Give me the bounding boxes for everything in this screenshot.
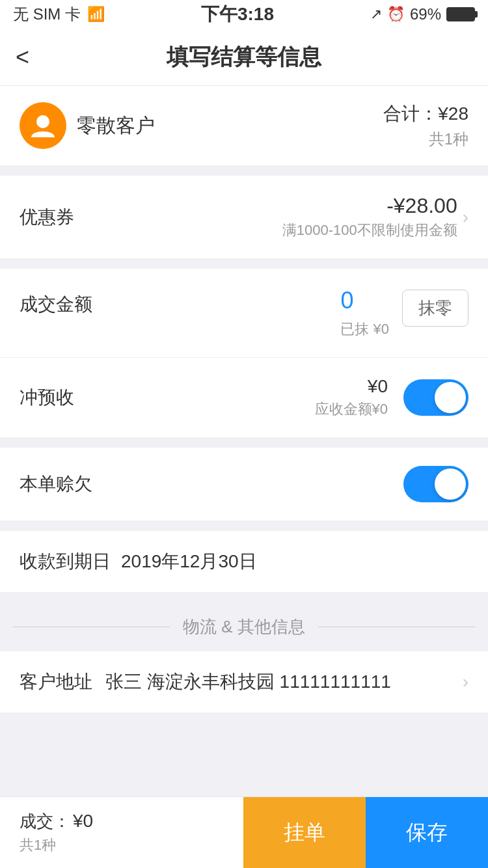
bottom-deal-row: 成交： ¥0	[20, 810, 224, 833]
prepayment-label: 冲预收	[20, 385, 74, 410]
bottom-deal-amount: ¥0	[73, 811, 93, 832]
transaction-amount-wrap: 0 已抹 ¥0	[340, 287, 389, 339]
toggle-knob	[435, 382, 466, 413]
due-date-value[interactable]: 2019年12月30日	[121, 549, 257, 574]
customer-total: 合计：¥28	[383, 102, 468, 126]
avatar-icon	[29, 111, 57, 140]
carrier-text: 无 SIM 卡	[13, 4, 81, 25]
customer-total-section: 合计：¥28 共1种	[383, 102, 468, 150]
customer-count: 共1种	[383, 129, 468, 150]
debt-toggle-knob	[435, 468, 466, 500]
prepayment-amount: ¥0	[315, 376, 388, 397]
round-zero-button[interactable]: 抹零	[402, 290, 468, 327]
transaction-row: 成交金额 0 已抹 ¥0 抹零	[0, 269, 488, 358]
address-value: 张三 海淀永丰科技园 11111111111	[105, 670, 463, 694]
avatar	[20, 102, 66, 149]
status-bar: 无 SIM 卡 📶 下午3:18 ↗ ⏰ 69%	[0, 0, 488, 29]
hold-button[interactable]: 挂单	[243, 797, 366, 869]
transaction-right: 0 已抹 ¥0 抹零	[340, 287, 468, 339]
bottom-info: 成交： ¥0 共1种	[0, 810, 243, 855]
logistics-label: 物流 & 其他信息	[183, 616, 305, 638]
chevron-right-icon: ›	[463, 207, 468, 228]
logistics-divider: 物流 & 其他信息	[0, 603, 488, 651]
prepayment-sub: 应收金额¥0	[315, 400, 388, 419]
debt-section: 本单赊欠	[0, 448, 488, 521]
prepayment-right: ¥0 应收金额¥0	[315, 376, 468, 419]
debt-label: 本单赊欠	[20, 472, 92, 496]
due-date-label: 收款到期日	[20, 549, 111, 574]
battery-icon	[446, 7, 475, 21]
address-label: 客户地址	[20, 670, 92, 694]
status-left: 无 SIM 卡 📶	[13, 4, 105, 25]
bottom-bar: 成交： ¥0 共1种 挂单 保存	[0, 796, 488, 868]
prepayment-amount-wrap: ¥0 应收金额¥0	[315, 376, 388, 419]
bottom-count: 共1种	[20, 835, 224, 855]
transaction-amount[interactable]: 0	[340, 287, 389, 314]
due-date-row: 收款到期日 2019年12月30日	[20, 549, 468, 574]
page-title: 填写结算等信息	[167, 42, 321, 72]
address-section[interactable]: 客户地址 张三 海淀永丰科技园 11111111111 ›	[0, 651, 488, 712]
coupon-section[interactable]: 优惠券 -¥28.00 满1000-100不限制使用金额 ›	[0, 176, 488, 258]
battery-percent: 69%	[410, 5, 441, 23]
coupon-discount: -¥28.00	[282, 194, 457, 218]
transaction-label: 成交金额	[20, 287, 92, 317]
save-button-label: 保存	[406, 819, 448, 847]
section-divider	[0, 592, 488, 603]
alarm-icon: ⏰	[387, 6, 405, 23]
customer-name: 零散客户	[77, 113, 155, 139]
status-time: 下午3:18	[201, 2, 274, 27]
bottom-deal-label: 成交：	[20, 810, 70, 833]
middle-section: 成交金额 0 已抹 ¥0 抹零 冲预收 ¥0 应收金额¥0	[0, 269, 488, 437]
prepayment-row: 冲预收 ¥0 应收金额¥0	[0, 358, 488, 437]
main-content: 零散客户 合计：¥28 共1种 优惠券 -¥28.00 满1000-100不限制…	[0, 86, 488, 791]
address-chevron-icon: ›	[463, 671, 468, 692]
debt-toggle[interactable]	[403, 466, 468, 502]
svg-point-0	[36, 115, 49, 128]
hold-button-label: 挂单	[284, 819, 325, 847]
due-date-section: 收款到期日 2019年12月30日	[0, 531, 488, 592]
coupon-description: 满1000-100不限制使用金额	[282, 221, 457, 240]
wifi-icon: 📶	[87, 6, 105, 23]
back-button[interactable]: <	[16, 44, 29, 71]
coupon-detail: -¥28.00 满1000-100不限制使用金额	[282, 194, 457, 240]
customer-section: 零散客户 合计：¥28 共1种	[0, 86, 488, 165]
save-button[interactable]: 保存	[366, 797, 488, 869]
customer-info: 零散客户	[20, 102, 155, 149]
nav-bar: < 填写结算等信息	[0, 29, 488, 86]
coupon-label: 优惠券	[20, 205, 74, 230]
status-right: ↗ ⏰ 69%	[370, 5, 475, 23]
location-icon: ↗	[370, 6, 382, 23]
prepayment-toggle[interactable]	[403, 379, 468, 416]
transaction-sub: 已抹 ¥0	[340, 319, 389, 339]
